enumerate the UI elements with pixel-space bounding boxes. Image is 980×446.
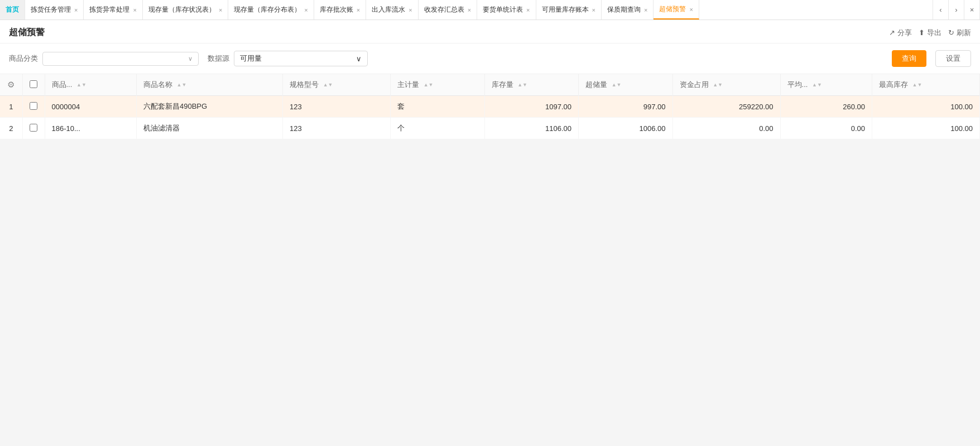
tab-close-order-stat[interactable]: × [526, 7, 530, 13]
data-table: ⚙ 商品... ▲▼ 商品名称 ▲▼ 规格型号 ▲▼ [0, 74, 980, 139]
topbar: 首页拣货任务管理×拣货异常处理×现存量（库存状况表）×现存量（库存分布表）×库存… [0, 0, 980, 20]
refresh-button[interactable]: ↻ 刷新 [948, 28, 971, 38]
tab-close-pick-exception[interactable]: × [133, 7, 136, 13]
tab-avail-stock[interactable]: 可用量库存账本× [536, 0, 602, 20]
th-unit-sort[interactable]: ▲▼ [424, 83, 434, 88]
th-capital-sort[interactable]: ▲▼ [713, 83, 723, 88]
tab-close-pick-task[interactable]: × [74, 7, 78, 13]
th-avg: 平均... ▲▼ [780, 74, 872, 96]
th-spec: 规格型号 ▲▼ [283, 74, 391, 96]
main-content: 超储预警 ↗ 分享 ⬆ 导出 ↻ 刷新 商品分类 ∨ 数据源 [0, 20, 980, 139]
tab-close-inout-flow[interactable]: × [409, 7, 412, 13]
td-name-1: 机油滤清器 [136, 118, 282, 139]
th-overstock-sort[interactable]: ▲▼ [612, 83, 622, 88]
th-max-sort[interactable]: ▲▼ [912, 83, 923, 88]
table-header-row: ⚙ 商品... ▲▼ 商品名称 ▲▼ 规格型号 ▲▼ [0, 74, 980, 96]
tab-close-avail-stock[interactable]: × [592, 7, 595, 13]
th-checkbox [22, 74, 45, 96]
td-overstock-1: 1006.00 [579, 118, 673, 139]
tab-stock-status[interactable]: 现存量（库存状况表）× [143, 0, 228, 20]
td-stock-0: 1097.00 [484, 96, 579, 118]
th-code-sort[interactable]: ▲▼ [76, 83, 87, 88]
tab-summary[interactable]: 收发存汇总表× [419, 0, 477, 20]
nav-next-btn[interactable]: › [949, 0, 964, 20]
share-label: 分享 [897, 28, 912, 38]
tab-close-summary[interactable]: × [468, 7, 471, 13]
td-avg-1: 0.00 [780, 118, 872, 139]
td-stock-1: 1106.00 [484, 118, 579, 139]
th-stock-sort[interactable]: ▲▼ [517, 83, 527, 88]
refresh-label: 刷新 [957, 28, 971, 38]
share-button[interactable]: ↗ 分享 [889, 28, 912, 38]
th-code-label: 商品... [52, 80, 73, 89]
th-unit: 主计量 ▲▼ [391, 74, 485, 96]
tab-inout-flow[interactable]: 出入库流水× [366, 0, 418, 20]
th-overstock-label: 超储量 [585, 80, 607, 89]
th-max: 最高库存 ▲▼ [872, 74, 979, 96]
th-stock-label: 库存量 [492, 80, 513, 89]
category-arrow-icon: ∨ [188, 55, 193, 62]
row-checkbox-1[interactable] [30, 124, 37, 132]
tab-close-expiry[interactable]: × [644, 7, 647, 13]
tab-pick-task[interactable]: 拣货任务管理× [25, 0, 84, 20]
datasource-filter: 数据源 可用量 ∨ [208, 51, 368, 66]
datasource-value: 可用量 [240, 54, 262, 64]
tab-order-stat[interactable]: 要货单统计表× [477, 0, 536, 20]
td-checkbox-1 [22, 118, 45, 139]
tab-stock-dist[interactable]: 现存量（库存分布表）× [228, 0, 314, 20]
header-actions: ↗ 分享 ⬆ 导出 ↻ 刷新 [889, 28, 971, 38]
th-stock: 库存量 ▲▼ [484, 74, 579, 96]
table-container: ⚙ 商品... ▲▼ 商品名称 ▲▼ 规格型号 ▲▼ [0, 74, 980, 139]
refresh-icon: ↻ [948, 28, 954, 37]
th-gear: ⚙ [0, 74, 22, 96]
th-name-label: 商品名称 [143, 80, 172, 89]
datasource-select[interactable]: 可用量 ∨ [234, 51, 368, 66]
th-avg-label: 平均... [787, 80, 808, 89]
td-max-0: 100.00 [872, 96, 979, 118]
td-unit-0: 套 [391, 96, 485, 118]
th-code: 商品... ▲▼ [45, 74, 136, 96]
th-avg-sort[interactable]: ▲▼ [812, 83, 822, 88]
td-max-1: 100.00 [872, 118, 979, 139]
tab-close-overstock[interactable]: × [689, 6, 693, 13]
nav-arrows: ‹ › × [933, 0, 980, 20]
category-value [49, 55, 51, 63]
export-icon: ⬆ [919, 28, 925, 37]
select-all-checkbox[interactable] [30, 80, 37, 88]
th-capital-label: 资金占用 [680, 80, 709, 89]
filter-bar: 商品分类 ∨ 数据源 可用量 ∨ 查询 设置 [0, 43, 980, 74]
export-button[interactable]: ⬆ 导出 [919, 28, 941, 38]
td-checkbox-0 [22, 96, 45, 118]
tab-close-stock-batch[interactable]: × [357, 7, 360, 13]
nav-prev-btn[interactable]: ‹ [933, 0, 949, 20]
tab-expiry[interactable]: 保质期查询× [602, 0, 654, 20]
th-spec-sort[interactable]: ▲▼ [323, 83, 333, 88]
th-max-label: 最高库存 [879, 80, 908, 89]
tab-overstock[interactable]: 超储预警× [654, 0, 699, 20]
th-capital: 资金占用 ▲▼ [672, 74, 780, 96]
table-row: 1 0000004 六配套新昌490BPG 123 套 1097.00 997.… [0, 96, 980, 118]
tab-pick-exception[interactable]: 拣货异常处理× [84, 0, 142, 20]
datasource-arrow-icon: ∨ [356, 55, 362, 63]
settings-button[interactable]: 设置 [935, 50, 971, 67]
row-checkbox-0[interactable] [30, 102, 37, 110]
tab-close-stock-dist[interactable]: × [304, 7, 308, 13]
th-name-sort[interactable]: ▲▼ [177, 83, 187, 88]
tab-close-stock-status[interactable]: × [219, 7, 222, 13]
td-unit-1: 个 [391, 118, 485, 139]
td-capital-0: 259220.00 [672, 96, 780, 118]
share-icon: ↗ [889, 28, 895, 37]
th-name: 商品名称 ▲▼ [136, 74, 282, 96]
td-name-0: 六配套新昌490BPG [136, 96, 282, 118]
td-index-num-1: 2 [0, 118, 22, 139]
th-spec-label: 规格型号 [290, 80, 319, 89]
nav-close-btn[interactable]: × [964, 0, 980, 20]
category-filter: 商品分类 ∨ [9, 52, 199, 66]
category-select[interactable]: ∨ [42, 52, 199, 66]
th-overstock: 超储量 ▲▼ [579, 74, 673, 96]
query-button[interactable]: 查询 [892, 50, 926, 67]
datasource-label: 数据源 [208, 54, 229, 64]
gear-icon[interactable]: ⚙ [7, 80, 15, 90]
tab-home[interactable]: 首页 [0, 0, 25, 20]
tab-stock-batch[interactable]: 库存批次账× [314, 0, 366, 20]
